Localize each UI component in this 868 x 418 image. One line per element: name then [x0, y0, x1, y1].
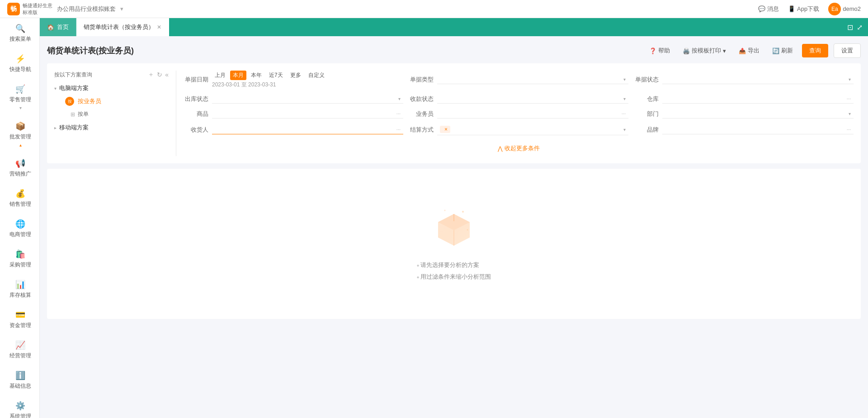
payment-status-arrow-icon: ▾: [623, 96, 626, 101]
filter-row-3: 商品 ··· 业务员: [184, 109, 854, 119]
empty-tips: 请先选择要分析的方案 用过滤条件来缩小分析范围: [417, 259, 491, 283]
sidebar-item-quick-nav[interactable]: ⚡ 快捷导航: [0, 48, 39, 79]
tab-minimize-icon[interactable]: ⊡: [847, 23, 853, 32]
export-btn[interactable]: 📤 导出: [735, 45, 763, 57]
collapse-up-icon: ⋀: [498, 145, 503, 152]
avatar: Ea: [828, 3, 841, 15]
goods-control[interactable]: ···: [212, 109, 403, 119]
tab-home[interactable]: 🏠 首页: [40, 18, 76, 36]
scheme-header: 按以下方案查询 ＋ ↻ «: [54, 71, 169, 79]
sidebar-item-search[interactable]: 🔍 搜索菜单: [0, 18, 39, 48]
sidebar-item-ecommerce[interactable]: 🌐 电商管理: [0, 214, 39, 244]
app-download-btn[interactable]: 📱 App下载: [788, 5, 819, 13]
tab-sales-stat[interactable]: 销货单统计表（按业务员） ✕: [76, 18, 169, 36]
sidebar-item-inventory[interactable]: 📊 库存核算: [0, 274, 39, 304]
stock-status-arrow-icon: ▾: [398, 96, 401, 101]
doc-type-control[interactable]: ▾: [437, 75, 628, 84]
brand-control[interactable]: ···: [662, 125, 854, 134]
filter-field-settlement: 结算方式 × ▾: [409, 124, 628, 135]
scheme-selector: 按以下方案查询 ＋ ↻ « ▾: [54, 71, 176, 156]
sidebar-item-retail[interactable]: 🛒 零售管理 ▾: [0, 79, 39, 116]
tab-bar-right: ⊡ ⤢: [847, 23, 868, 32]
collapse-btn[interactable]: ⋀ 收起更多条件: [494, 141, 543, 156]
query-button[interactable]: 查询: [802, 44, 828, 57]
help-btn[interactable]: ❓ 帮助: [646, 45, 674, 57]
system-icon: ⚙️: [15, 401, 25, 411]
goods-more-icon: ···: [396, 111, 401, 116]
download-icon: 📱: [788, 5, 795, 12]
tab-close-icon[interactable]: ✕: [157, 24, 161, 30]
date-tab-this-year[interactable]: 本年: [248, 71, 264, 80]
wholesale-icon: 📦: [15, 121, 25, 131]
stock-status-control[interactable]: ▾: [212, 95, 403, 104]
logo-icon: 畅: [7, 3, 20, 15]
filter-field-goods: 商品 ···: [184, 109, 403, 119]
settlement-tag-close[interactable]: ×: [444, 126, 448, 133]
help-icon: ❓: [649, 48, 656, 54]
svg-point-4: [462, 211, 464, 213]
sidebar-item-purchase[interactable]: 🛍️ 采购管理: [0, 244, 39, 274]
scheme-group-desktop: ▾ 电脑端方案 按 按业务员 ⊞ 按单: [54, 82, 169, 120]
page-title: 销货单统计表(按业务员): [47, 45, 134, 56]
message-btn[interactable]: 💬 消息: [758, 5, 779, 13]
chevron-down-icon: ▾: [19, 105, 22, 110]
doc-status-control[interactable]: ▾: [662, 75, 854, 84]
sidebar-item-basic[interactable]: ℹ️ 基础信息: [0, 365, 39, 395]
user-area[interactable]: Ea demo2: [828, 3, 861, 15]
doc-type-arrow-icon: ▾: [623, 77, 626, 82]
marketing-icon: 📢: [15, 158, 25, 168]
payment-status-control[interactable]: ▾: [437, 95, 628, 104]
dept-control[interactable]: ▾: [662, 109, 854, 119]
content-area: 🏠 首页 销货单统计表（按业务员） ✕ ⊡ ⤢ 销货单统计表(按业务员): [40, 18, 868, 418]
sidebar-item-system[interactable]: ⚙️ 系统管理: [0, 395, 39, 418]
scheme-group-desktop-header[interactable]: ▾ 电脑端方案: [54, 82, 169, 94]
export-icon: 📤: [739, 48, 746, 54]
warehouse-control[interactable]: ···: [662, 94, 854, 104]
refresh-scheme-icon[interactable]: ↻: [157, 71, 162, 78]
sub-scheme-icon: ⊞: [71, 111, 75, 118]
add-scheme-icon[interactable]: ＋: [148, 71, 154, 79]
finance-icon: 💳: [15, 310, 25, 320]
settlement-control[interactable]: × ▾: [437, 124, 628, 135]
salesperson-control[interactable]: ···: [437, 109, 628, 119]
date-tab-last-7-days[interactable]: 近7天: [266, 71, 286, 80]
print-icon: 🖨️: [683, 48, 690, 54]
svg-point-5: [444, 210, 446, 211]
date-tab-more[interactable]: 更多: [288, 71, 304, 80]
collapse-scheme-icon[interactable]: «: [165, 71, 169, 78]
filter-section: 按以下方案查询 ＋ ↻ « ▾: [54, 71, 854, 156]
refresh-btn[interactable]: 🔄 刷新: [769, 45, 797, 57]
settlement-tag: ×: [440, 126, 450, 133]
date-tab-last-month[interactable]: 上月: [212, 71, 228, 80]
quick-nav-icon: ⚡: [15, 54, 25, 64]
logo-area: 畅 畅捷通好生意 标准版: [7, 2, 52, 15]
settings-button[interactable]: 设置: [834, 43, 861, 58]
page-content: 销货单统计表(按业务员) ❓ 帮助 🖨️ 按模板打印 ▾ 📤: [40, 36, 868, 418]
top-bar-right: 💬 消息 📱 App下载 Ea demo2: [758, 3, 861, 15]
sidebar-item-wholesale[interactable]: 📦 批发管理 ▴: [0, 116, 39, 153]
top-bar-left: 畅 畅捷通好生意 标准版 办公用品行业模拟账套 ▾: [7, 2, 123, 15]
tab-bar: 🏠 首页 销货单统计表（按业务员） ✕ ⊡ ⤢: [40, 18, 868, 36]
filter-rows: 单据日期 上月 本月 本年 近7天 更多: [184, 71, 854, 156]
warehouse-more-icon: ···: [847, 96, 851, 101]
template-print-btn[interactable]: 🖨️ 按模板打印 ▾: [679, 45, 730, 57]
sidebar-item-sales[interactable]: 💰 销售管理: [0, 183, 39, 214]
filter-field-consignee: 收货人 ···: [184, 124, 403, 135]
filter-field-brand: 品牌 ···: [634, 124, 854, 135]
date-tab-custom[interactable]: 自定义: [306, 71, 327, 80]
date-tab-this-month[interactable]: 本月: [230, 71, 246, 80]
scheme-group-mobile-header[interactable]: ▸ 移动端方案: [54, 122, 169, 133]
filter-field-dept: 部门 ▾: [634, 109, 854, 119]
tab-maximize-icon[interactable]: ⤢: [857, 23, 863, 32]
print-arrow-icon: ▾: [723, 48, 726, 54]
sidebar-item-marketing[interactable]: 📢 营销推广: [0, 153, 39, 183]
sidebar-item-operation[interactable]: 📈 经营管理: [0, 335, 39, 365]
doc-status-arrow-icon: ▾: [849, 77, 851, 82]
sub-scheme-item-by-order[interactable]: ⊞ 按单: [54, 109, 169, 120]
scheme-item-by-salesperson[interactable]: 按 按业务员: [54, 94, 169, 109]
top-title-dropdown[interactable]: ▾: [120, 5, 123, 12]
consignee-control[interactable]: ···: [212, 125, 403, 134]
scheme-actions: ＋ ↻ «: [148, 71, 169, 79]
expand-icon: ▾: [54, 86, 57, 91]
sidebar-item-finance[interactable]: 💳 资金管理: [0, 304, 39, 335]
